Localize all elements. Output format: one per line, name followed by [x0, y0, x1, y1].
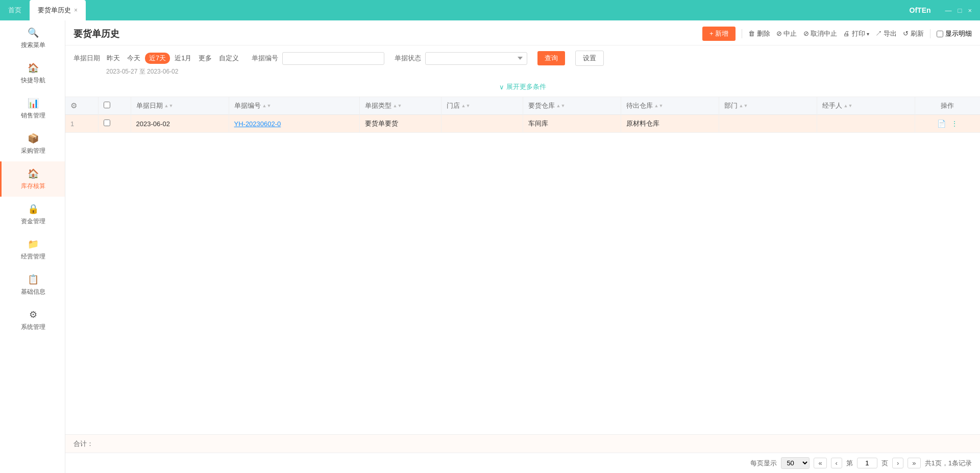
sidebar-item-search-label: 搜索菜单 — [21, 41, 45, 50]
sidebar: 🔍 搜索菜单 🏠 快捷导航 📊 销售管理 📦 采购管理 🏠 库存核算 🔒 资金管… — [0, 20, 65, 473]
sidebar-item-operations[interactable]: 📁 经营管理 — [0, 232, 65, 267]
prev-page-button[interactable]: ‹ — [831, 458, 842, 468]
td-code[interactable]: YH-20230602-0 — [229, 115, 359, 133]
sidebar-item-basic[interactable]: 📋 基础信息 — [0, 267, 65, 302]
stop-button[interactable]: ⊘ 中止 — [776, 29, 797, 38]
date-1month[interactable]: 近1月 — [172, 53, 194, 64]
sidebar-item-inventory[interactable]: 🏠 库存核算 — [0, 161, 65, 197]
th-store: 门店 ▲▼ — [441, 97, 523, 115]
warehouse-icon: 🏠 — [27, 168, 39, 180]
select-all-checkbox[interactable] — [104, 102, 110, 108]
sort-dept-arrows: ▲▼ — [739, 104, 748, 108]
new-button[interactable]: + 新增 — [702, 27, 736, 41]
sidebar-item-system-label: 系统管理 — [21, 323, 45, 332]
th-handler: 经手人 ▲▼ — [817, 97, 915, 115]
sort-handler[interactable]: 经手人 ▲▼ — [822, 101, 910, 110]
display-detail-label: 显示明细 — [945, 29, 972, 38]
th-wh2-label: 待出仓库 — [626, 101, 653, 110]
tab-home-label: 首页 — [8, 6, 21, 15]
th-date-label: 单据日期 — [136, 101, 163, 110]
minimize-button[interactable]: — — [945, 7, 952, 14]
td-wh: 车间库 — [523, 115, 621, 133]
brand-label: OfTEn — [901, 6, 939, 14]
display-detail-checkbox[interactable] — [937, 31, 943, 37]
refresh-button[interactable]: ↺ 刷新 — [903, 29, 924, 38]
main-table: ⚙ 单据日期 ▲▼ 单据编号 — [65, 97, 980, 133]
sidebar-item-finance-label: 资金管理 — [21, 217, 45, 226]
table-row: 1 2023-06-02 YH-20230602-0 要货单要货 — [65, 115, 980, 133]
sidebar-item-quicknav-label: 快捷导航 — [21, 76, 45, 85]
date-yesterday[interactable]: 昨天 — [104, 53, 122, 64]
page-header: 要货单历史 + 新增 🗑 删除 ⊘ 中止 ⊘ 取消中止 🖨 打印 ▾ ↗ 导出 … — [65, 20, 980, 45]
sort-type[interactable]: 单据类型 ▲▼ — [365, 101, 436, 110]
next-page-button[interactable]: › — [892, 458, 903, 468]
sidebar-item-search[interactable]: 🔍 搜索菜单 — [0, 20, 65, 56]
date-filter-group: 单据日期 昨天 今天 近7天 近1月 更多 自定义 — [74, 53, 241, 64]
date-more[interactable]: 更多 — [196, 53, 214, 64]
row-view-button[interactable]: 📄 — [936, 119, 947, 129]
row-wh-value: 车间库 — [528, 120, 548, 127]
th-ops: 操作 — [915, 97, 980, 115]
sort-wh2[interactable]: 待出仓库 ▲▼ — [626, 101, 714, 110]
settings-filter-button[interactable]: 设置 — [575, 51, 604, 66]
folder-icon: 📁 — [27, 238, 39, 250]
first-page-button[interactable]: « — [814, 458, 826, 468]
sort-code[interactable]: 单据编号 ▲▼ — [234, 101, 354, 110]
date-7days[interactable]: 近7天 — [145, 53, 170, 64]
page-size-select[interactable]: 10 20 50 100 — [781, 457, 810, 469]
date-shortcuts: 昨天 今天 近7天 近1月 更多 自定义 — [104, 53, 241, 64]
filter-bar: 单据日期 昨天 今天 近7天 近1月 更多 自定义 单据编号 — [65, 45, 980, 97]
td-wh2: 原材料仓库 — [621, 115, 719, 133]
sidebar-item-operations-label: 经营管理 — [21, 252, 45, 261]
column-settings-icon[interactable]: ⚙ — [70, 101, 77, 110]
bill-no-label: 单据编号 — [252, 54, 278, 63]
table-container: ⚙ 单据日期 ▲▼ 单据编号 — [65, 97, 980, 434]
print-chevron-icon: ▾ — [867, 31, 869, 37]
sidebar-item-sales[interactable]: 📊 销售管理 — [0, 91, 65, 126]
page-size-label: 每页显示 — [750, 459, 777, 468]
row-wh2-value: 原材料仓库 — [626, 120, 659, 127]
delete-button[interactable]: 🗑 删除 — [748, 29, 770, 38]
page-number-input[interactable] — [857, 458, 877, 468]
bill-status-select[interactable] — [425, 52, 527, 65]
row-actions: 📄 ⋮ — [920, 119, 975, 129]
close-button[interactable]: × — [968, 7, 972, 14]
th-wh: 要货仓库 ▲▼ — [523, 97, 621, 115]
tab-home[interactable]: 首页 — [0, 0, 30, 20]
sidebar-item-finance[interactable]: 🔒 资金管理 — [0, 197, 65, 232]
last-page-button[interactable]: » — [908, 458, 920, 468]
export-button[interactable]: ↗ 导出 — [875, 29, 897, 38]
sidebar-item-system[interactable]: ⚙ 系统管理 — [0, 302, 65, 338]
maximize-button[interactable]: □ — [958, 7, 962, 14]
bill-no-input[interactable] — [282, 52, 384, 65]
td-date: 2023-06-02 — [131, 115, 229, 133]
sort-store[interactable]: 门店 ▲▼ — [447, 101, 518, 110]
expand-more-button[interactable]: ∨ 展开更多条件 — [499, 82, 546, 91]
sort-wh[interactable]: 要货仓库 ▲▼ — [528, 101, 616, 110]
print-button[interactable]: 🖨 打印 ▾ — [843, 29, 869, 38]
sidebar-item-quicknav[interactable]: 🏠 快捷导航 — [0, 56, 65, 91]
row-checkbox[interactable] — [104, 120, 110, 126]
row-code-value: YH-20230602-0 — [234, 120, 281, 128]
date-custom[interactable]: 自定义 — [216, 53, 241, 64]
th-store-label: 门店 — [447, 101, 460, 110]
row-more-button[interactable]: ⋮ — [950, 119, 959, 129]
sort-dept[interactable]: 部门 ▲▼ — [724, 101, 812, 110]
th-ops-label: 操作 — [941, 102, 954, 109]
tab-yaohuodan[interactable]: 要货单历史 × — [30, 0, 86, 20]
th-date: 单据日期 ▲▼ — [131, 97, 229, 115]
td-checkbox — [98, 115, 131, 133]
sidebar-item-basic-label: 基础信息 — [21, 288, 45, 296]
page-unit-label: 页 — [881, 459, 888, 468]
sort-date[interactable]: 单据日期 ▲▼ — [136, 101, 224, 110]
tab-yaohuodan-close[interactable]: × — [74, 7, 78, 14]
sidebar-item-purchase[interactable]: 📦 采购管理 — [0, 126, 65, 161]
tab-yaohuodan-label: 要货单历史 — [38, 6, 71, 15]
td-dept — [719, 115, 817, 133]
date-today[interactable]: 今天 — [125, 53, 143, 64]
gear-icon: ⚙ — [27, 309, 39, 321]
query-button[interactable]: 查询 — [537, 51, 565, 65]
cancel-stop-button[interactable]: ⊘ 取消中止 — [803, 29, 838, 38]
th-checkbox — [98, 97, 131, 115]
expand-row: ∨ 展开更多条件 — [74, 79, 972, 91]
